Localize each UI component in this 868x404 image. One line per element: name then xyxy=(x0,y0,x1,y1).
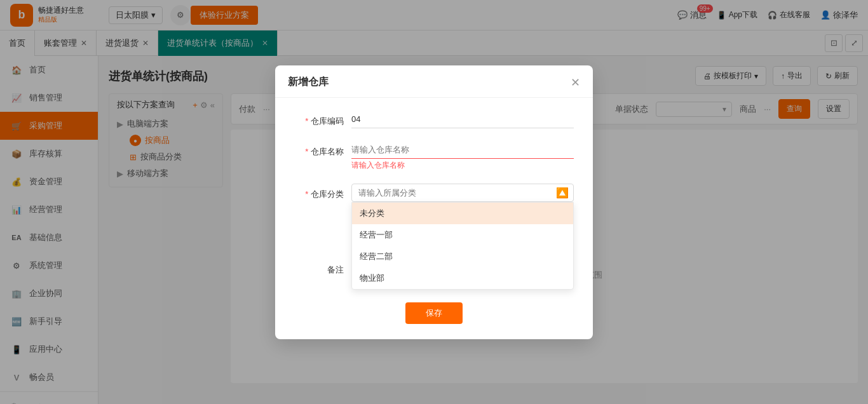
form-row-code: * 仓库编码 xyxy=(294,111,574,128)
dialog-body: * 仓库编码 * 仓库名称 请输入仓库名称 * 仓库分类 xyxy=(275,98,593,302)
name-input[interactable] xyxy=(351,141,574,159)
code-field xyxy=(351,111,574,128)
form-row-name: * 仓库名称 请输入仓库名称 xyxy=(294,141,574,171)
dropdown-item-3[interactable]: 物业部 xyxy=(352,267,573,289)
dialog-footer: 保存 xyxy=(275,302,593,324)
dropdown-item-2[interactable]: 经营二部 xyxy=(352,246,573,267)
overlay: 新增仓库 ✕ * 仓库编码 * 仓库名称 请输入仓库名称 xyxy=(0,0,868,404)
dropdown-item-0[interactable]: 未分类 xyxy=(352,203,573,224)
name-label: * 仓库名称 xyxy=(294,141,351,158)
dialog-close-button[interactable]: ✕ xyxy=(571,76,580,90)
save-button[interactable]: 保存 xyxy=(405,302,463,324)
dialog-header: 新增仓库 ✕ xyxy=(275,65,593,98)
form-row-category: * 仓库分类 🔼 未分类 经营一部 经营二部 物业部 xyxy=(294,184,574,202)
name-error-msg: 请输入仓库名称 xyxy=(351,160,574,171)
dropdown-item-1[interactable]: 经营一部 xyxy=(352,224,573,246)
code-label: * 仓库编码 xyxy=(294,111,351,127)
category-input[interactable] xyxy=(351,184,574,202)
dialog-title: 新增仓库 xyxy=(288,76,329,89)
dialog-new-warehouse: 新增仓库 ✕ * 仓库编码 * 仓库名称 请输入仓库名称 xyxy=(275,65,593,339)
category-label: * 仓库分类 xyxy=(294,184,351,200)
category-field: 🔼 未分类 经营一部 经营二部 物业部 xyxy=(351,184,574,202)
note-label: 备注 xyxy=(294,259,351,276)
category-dropdown: 未分类 经营一部 经营二部 物业部 xyxy=(351,202,574,290)
code-input[interactable] xyxy=(351,111,574,128)
name-field: 请输入仓库名称 xyxy=(351,141,574,171)
